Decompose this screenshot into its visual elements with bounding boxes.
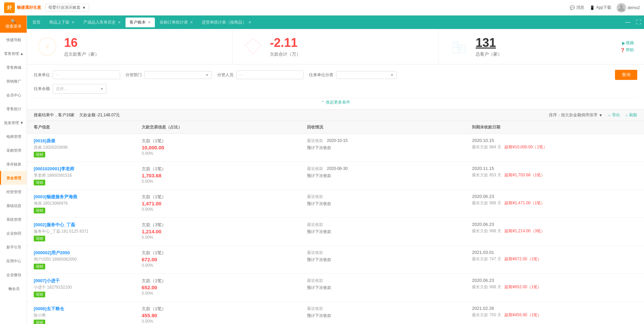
tab-product-offsale[interactable]: 商品上下架 ✕ [45, 18, 79, 27]
sidebar-item-wechat[interactable]: 企业微信 [0, 268, 27, 282]
sidebar-item-basic-info[interactable]: 基础信息 [0, 199, 27, 212]
sidebar-item-retail-stat[interactable]: 零售统计 [0, 102, 27, 116]
last-collection-date-1: 2020-06-30 [327, 166, 347, 171]
customer-tag-0: 现销 [34, 152, 45, 157]
tab-purchase-stat-close[interactable]: ✕ [248, 20, 251, 25]
source-unit-input[interactable]: ··· [53, 70, 120, 79]
next-collection-4: 预计下次收款 [307, 257, 472, 263]
sidebar-item-inventory[interactable]: 库存核算 [0, 157, 27, 171]
sidebar-item-batch-mgmt[interactable]: 批发管理 ▼ [0, 116, 27, 129]
dept-select[interactable]: ▼ [144, 71, 212, 79]
customer-name-2[interactable]: [0003]畅捷服务尹海燕 [34, 194, 142, 200]
wechat-label: 企业微信 [2, 272, 25, 277]
next-collection-1: 预计下次收款 [307, 173, 472, 179]
search-button[interactable]: 查询 [615, 70, 637, 80]
search-menu-btn[interactable]: 🔍 搜索菜单 [0, 16, 27, 33]
sidebar-item-biz-mgmt[interactable]: 经营管理 [0, 185, 27, 199]
tab-minimize-btn[interactable]: — [624, 19, 632, 26]
tab-product-instock[interactable]: 产成品入库单历史 ✕ [79, 18, 125, 27]
customer-name-1[interactable]: [0001020001]李老师 [34, 166, 142, 172]
debt-count-2: 欠款（1笔） [142, 194, 307, 200]
overdue-link-5[interactable]: 超期¥652.00（1笔） [504, 285, 541, 289]
user-profile-btn[interactable]: demo2 [617, 3, 640, 12]
overdue-link-0[interactable]: 超期¥10,000.00（1笔） [504, 145, 547, 149]
table-row: [0001020001]李老师 李老师 18600391516 现销 欠款（1笔… [27, 162, 644, 190]
sort-select[interactable]: 排序：按欠款金额倒序排序 ▼ [549, 112, 603, 118]
tab-purchase-stat[interactable]: 进货单统计表（按商品） ✕ [198, 18, 255, 27]
overdue-link-2[interactable]: 超期¥1,471.00（1笔） [504, 201, 545, 205]
sidebar-item-enterprise[interactable]: 企业协同 [0, 226, 27, 240]
table-header: 客户信息 欠款交易信息（占比） 回收情况 到期未收款日期 [27, 121, 644, 134]
help-action-btn[interactable]: ❓ 帮助 [620, 47, 634, 53]
tab-purchase-order-close[interactable]: ✕ [190, 20, 193, 25]
tab-maximize-btn[interactable]: ⛶ [635, 19, 643, 26]
debt-percent-1: 0.00% [142, 179, 307, 184]
search-menu-label: 搜索菜单 [3, 24, 24, 29]
sidebar-item-member[interactable]: 会员中心 [0, 88, 27, 102]
tab-product-offsale-close[interactable]: ✕ [72, 20, 75, 25]
system-selector[interactable]: 母婴行业演示账套 ▼ [45, 4, 89, 11]
stats-row: ¥ 16 总欠款客户（家） [27, 29, 644, 64]
sidebar-item-purchase[interactable]: 采购管理 [0, 143, 27, 157]
video-action-btn[interactable]: ▶ 视频 [622, 40, 634, 46]
tab-home-label: 首页 [32, 20, 40, 25]
sidebar-item-system[interactable]: 系统管理 [0, 212, 27, 226]
sidebar-item-retail-mall[interactable]: 零售商城 [0, 60, 27, 74]
messages-btn[interactable]: 💬 消息 [570, 5, 584, 10]
sidebar-item-ecom-mgmt[interactable]: 电商管理 [0, 129, 27, 143]
customer-name-5[interactable]: [0007]小进干 [34, 278, 142, 284]
overdue-link-4[interactable]: 超期¥672.00（1笔） [504, 257, 541, 261]
debt-count-4: 欠款（1笔） [142, 250, 307, 256]
customer-name-0[interactable]: [0016]昌俊 [34, 138, 142, 144]
sidebar-item-quick-nav[interactable]: 快捷导航 [0, 33, 27, 47]
sidebar-item-retail-mgmt[interactable]: 零售管理 ▲ [0, 47, 27, 60]
filter-manager: 分管人员 ··· [217, 70, 304, 79]
sidebar-item-finance[interactable]: 资金管理 [0, 171, 27, 185]
stat-value-total-customers: 131 [476, 36, 502, 50]
tab-product-instock-close[interactable]: ✕ [118, 20, 121, 25]
customer-name-4[interactable]: [000002]用户2050 [34, 250, 142, 256]
customer-sub-3: 服务中心_丁磊 181 0125 8371 [34, 229, 142, 234]
results-actions: 排序：按欠款金额倒序排序 ▼ ○ 导出 ○ 刷新 [549, 112, 637, 118]
sidebar-item-app-center[interactable]: 应用中心 [0, 254, 27, 268]
tab-purchase-order[interactable]: 采购订单统计表 ✕ [156, 18, 197, 27]
stat-card-debt-customers: ¥ 16 总欠款客户（家） [27, 29, 233, 64]
tab-customer-account-close[interactable]: ✕ [148, 20, 151, 25]
sidebar-item-vip[interactable]: 畅会员 [0, 282, 27, 295]
overdue-link-3[interactable]: 超期¥1,214.00（3笔） [504, 229, 545, 233]
debt-info-3: 欠款（3笔） 1,214.00 0.00% [142, 222, 307, 240]
due-info-5: 2020.06.23 最长欠款 998 天 超期¥652.00（1笔） [472, 278, 637, 290]
refresh-label: 刷新 [629, 112, 637, 118]
customer-name-6[interactable]: [0006]去下粮仓 [34, 306, 142, 312]
app-download-btn[interactable]: 📱 App下载 [590, 5, 611, 10]
overdue-link-6[interactable]: 超期¥455.90（1笔） [504, 313, 541, 317]
balance-label: 往来余额 [34, 86, 50, 92]
manager-input[interactable]: ··· [236, 70, 304, 79]
balance-select[interactable]: 选择... ▼ [53, 84, 107, 94]
overdue-link-1[interactable]: 超期¥1,703.68（1笔） [504, 173, 545, 177]
retail-mgmt-label: 零售管理 ▲ [2, 51, 25, 56]
biz-mgmt-label: 经营管理 [2, 189, 25, 195]
sidebar-item-newbie[interactable]: 新手引导 [0, 240, 27, 254]
export-btn[interactable]: ○ 导出 [608, 112, 620, 118]
debt-amount-5: 652.00 [142, 285, 307, 290]
tab-customer-account[interactable]: 客户账本 ✕ [125, 18, 155, 27]
filter-expand-btn[interactable]: ⌃ 收起更多条件 [34, 98, 637, 107]
unit-category-select[interactable]: ▼ [336, 71, 397, 79]
due-info-0: 2020.10.15 最长欠款 884 天 超期¥10,000.00（1笔） [472, 138, 637, 150]
col-header-collection: 回收情况 [307, 124, 472, 130]
collection-info-5: 最近收款 预计下次收款 [307, 278, 472, 291]
svg-marker-3 [245, 39, 261, 55]
sidebar-item-marketing[interactable]: 营销推广 [0, 74, 27, 88]
due-info-2: 2020.06.23 最长欠款 998 天 超期¥1,471.00（1笔） [472, 194, 637, 206]
next-collection-2: 预计下次收款 [307, 201, 472, 207]
debt-count-1: 欠款（1笔） [142, 166, 307, 172]
refresh-btn[interactable]: ○ 刷新 [625, 112, 637, 118]
stat-card-total-customers: 131 总客户（家） ▶ 视频 ❓ 帮助 [439, 29, 644, 64]
tab-home[interactable]: 首页 [28, 18, 45, 27]
sidebar: 🔍 搜索菜单 快捷导航 零售管理 ▲ 零售商城 营销推广 会员中心 [0, 16, 27, 324]
svg-rect-9 [456, 47, 458, 48]
customer-name-3[interactable]: [0002]服务中心_丁磊 [34, 222, 142, 228]
due-info-3: 2020.06.23 最长欠款 998 天 超期¥1,214.00（3笔） [472, 222, 637, 234]
batch-mgmt-label: 批发管理 ▼ [2, 120, 25, 125]
